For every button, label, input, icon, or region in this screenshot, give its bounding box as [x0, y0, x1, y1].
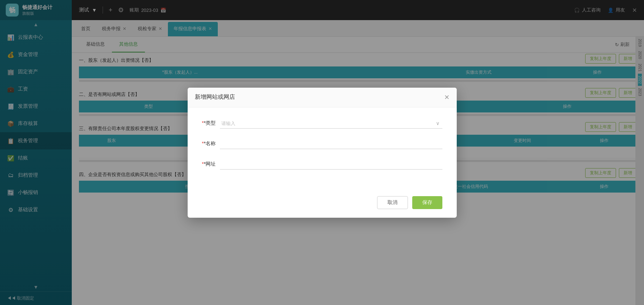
field-name-row: **名称 — [202, 139, 442, 149]
type-input[interactable] — [220, 118, 442, 129]
name-input-wrap — [220, 139, 442, 149]
field-name: **名称 — [202, 139, 442, 149]
url-input-wrap — [220, 159, 442, 170]
cancel-button[interactable]: 取消 — [377, 196, 408, 209]
field-type: **类型 ∨ — [202, 118, 442, 129]
dialog-close-button[interactable]: ✕ — [444, 93, 450, 101]
modal-overlay: 新增网站或网店 ✕ **类型 ∨ — [0, 0, 644, 305]
type-input-wrap: ∨ — [220, 118, 442, 129]
field-url: **网址 — [202, 159, 442, 170]
dialog-footer: 取消 保存 — [188, 190, 457, 218]
url-label: **网址 — [202, 161, 216, 167]
add-website-dialog: 新增网站或网店 ✕ **类型 ∨ — [188, 88, 457, 218]
type-label: **类型 — [202, 120, 216, 126]
dialog-header: 新增网站或网店 ✕ — [188, 88, 457, 107]
name-input[interactable] — [220, 139, 442, 149]
save-button[interactable]: 保存 — [412, 196, 442, 209]
field-type-row: **类型 ∨ — [202, 118, 442, 129]
dialog-body: **类型 ∨ **名称 — [188, 107, 457, 190]
url-input[interactable] — [220, 159, 442, 170]
name-label: **名称 — [202, 140, 216, 147]
dialog-title: 新增网站或网店 — [195, 93, 235, 101]
field-url-row: **网址 — [202, 159, 442, 170]
